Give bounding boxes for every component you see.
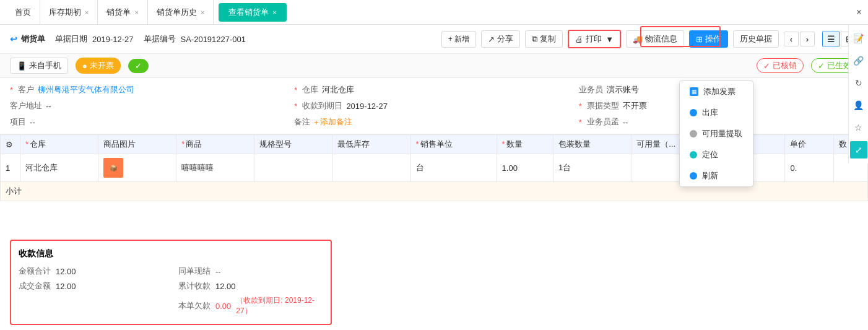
tab-home[interactable]: 首页 xyxy=(6,0,40,25)
invoice-icon: ▦ xyxy=(690,87,698,96)
row-qty: 1.00 xyxy=(497,154,553,182)
truck-icon: 🚚 xyxy=(633,35,643,44)
project-row: 项目 -- xyxy=(10,116,289,128)
row-image: 📦 xyxy=(98,154,176,182)
tab-bar: 首页 库存期初 × 销货单 × 销货单历史 × 查看销货单 × × xyxy=(0,0,868,25)
avail-qty-item[interactable]: 可用量提取 xyxy=(680,123,753,144)
settlement-row: 同单现结 -- xyxy=(178,266,323,277)
operations-button[interactable]: ⊞ 操作 xyxy=(689,30,728,48)
outbound-icon xyxy=(690,109,697,116)
next-arrow[interactable]: › xyxy=(800,32,815,46)
sidebar-user-icon[interactable]: 👤 xyxy=(850,97,867,114)
share-icon: ↗ xyxy=(488,35,495,44)
due-date-row: * 收款到期日 2019-12-27 xyxy=(294,100,573,111)
close-tab-sales-history[interactable]: × xyxy=(201,9,204,16)
col-unit: *销售单位 xyxy=(410,135,497,154)
row-price: 0. xyxy=(785,154,834,182)
row-min-stock xyxy=(332,154,410,182)
sidebar-star-icon[interactable]: ☆ xyxy=(850,119,867,136)
notes-row: 备注 + 添加备注 xyxy=(294,116,573,128)
row-unit: 台 xyxy=(410,154,497,182)
copy-icon: ⧉ xyxy=(532,34,537,44)
payment-grid: 金额合计 12.00 同单现结 -- 成交金额 12.00 累计收款 12.00 xyxy=(19,266,323,316)
share-button[interactable]: ↗ 分享 xyxy=(481,30,520,48)
row-seq: 1 xyxy=(1,154,20,182)
nav-arrows: ‹ › xyxy=(784,32,815,46)
from-phone-button[interactable]: 📱 来自手机 xyxy=(10,58,68,74)
window-close-button[interactable]: × xyxy=(856,7,862,18)
sidebar-edit-icon[interactable]: 📝 xyxy=(850,30,867,47)
sidebar-expand-icon[interactable]: ⤢ xyxy=(850,141,867,158)
sales-icon: ↩ xyxy=(10,34,17,44)
close-tab-inventory[interactable]: × xyxy=(85,9,89,16)
tab-view-sales[interactable]: 查看销货单 × xyxy=(219,3,287,22)
voided-status: ✓ 已核销 xyxy=(757,58,804,73)
not-opened-button[interactable]: ● 未开票 xyxy=(76,58,121,74)
cumulative-row: 累计收款 12.00 xyxy=(178,280,323,292)
col-min-stock: 最低库存 xyxy=(332,135,410,154)
print-dropdown-arrow[interactable]: ▼ xyxy=(605,35,614,44)
row-pack-qty: 1台 xyxy=(553,154,631,182)
product-image: 📦 xyxy=(103,158,123,178)
customer-row: * 客户 柳州粤港平安气体有限公司 xyxy=(10,84,289,95)
transaction-row: 成交金额 12.00 xyxy=(19,280,163,292)
tab-sales[interactable]: 销货单 × xyxy=(98,0,147,25)
main-content: ↩ 销货单 单据日期 2019-12-27 单据编号 SA-20191227-0… xyxy=(0,25,868,330)
refresh-icon xyxy=(690,172,697,180)
check-icon: ✓ xyxy=(135,61,142,71)
refresh-item[interactable]: 刷新 xyxy=(680,165,753,186)
col-qty: *数量 xyxy=(497,135,553,154)
amount-total-row: 金额合计 12.00 xyxy=(19,266,163,277)
plus-icon: + xyxy=(314,118,319,127)
add-invoice-item[interactable]: ▦ 添加发票 xyxy=(680,81,753,102)
balance-row: 本单欠款 0.00 （收款到期日: 2019-12-27） xyxy=(178,295,323,316)
grid-icon: ⊞ xyxy=(696,35,703,44)
doc-date-label: 单据日期 2019-12-27 xyxy=(55,33,134,45)
row-product: 嘻嘻嘻嘻 xyxy=(176,154,254,182)
outbound-item[interactable]: 出库 xyxy=(680,102,753,123)
doc-actions: + 新增 ↗ 分享 ⧉ 复制 🖨 打印 ▼ 🚚 物流信息 xyxy=(441,30,858,48)
print-icon: 🖨 xyxy=(575,35,583,44)
payment-title: 收款信息 xyxy=(19,248,323,259)
row-warehouse: 河北仓库 xyxy=(20,154,98,182)
col-product: *商品 xyxy=(176,135,254,154)
right-sidebar: 📝 🔗 ↻ 👤 ☆ ⤢ xyxy=(848,25,868,163)
operations-dropdown: ▦ 添加发票 出库 可用量提取 定位 刷新 xyxy=(679,80,753,187)
warehouse-row: * 仓库 河北仓库 xyxy=(294,84,573,95)
add-note-button[interactable]: + 添加备注 xyxy=(314,116,352,128)
payment-section: 收款信息 金额合计 12.00 同单现结 -- 成交金额 12.00 累计收款 … xyxy=(10,240,332,325)
locate-item[interactable]: 定位 xyxy=(680,144,753,165)
doc-header: ↩ 销货单 单据日期 2019-12-27 单据编号 SA-20191227-0… xyxy=(0,25,868,54)
second-row: 📱 来自手机 ● 未开票 ✓ ✓ 已核销 ✓ 已生效 xyxy=(0,54,868,78)
copy-button[interactable]: ⧉ 复制 xyxy=(525,30,563,48)
prev-arrow[interactable]: ‹ xyxy=(784,32,799,46)
row-spec xyxy=(254,154,332,182)
col-settings[interactable]: ⚙ xyxy=(1,135,20,154)
list-view-button[interactable]: ☰ xyxy=(822,32,840,46)
sidebar-refresh-icon[interactable]: ↻ xyxy=(850,74,867,92)
col-price: 单价 xyxy=(785,135,834,154)
logistics-button[interactable]: 🚚 物流信息 xyxy=(626,30,684,48)
close-tab-sales[interactable]: × xyxy=(134,9,138,16)
doc-meta: 单据日期 2019-12-27 单据编号 SA-20191227-001 xyxy=(55,33,246,45)
col-spec: 规格型号 xyxy=(254,135,332,154)
check-circle-icon2: ✓ xyxy=(818,61,825,71)
circle-icon: ● xyxy=(82,61,87,71)
col-image: 商品图片 xyxy=(98,135,176,154)
col-pack-qty: 包装数量 xyxy=(553,135,631,154)
address-row: 客户地址 -- xyxy=(10,100,289,111)
print-button[interactable]: 🖨 打印 ▼ xyxy=(568,30,621,48)
doc-number-label: 单据编号 SA-20191227-001 xyxy=(144,33,246,45)
tab-inventory[interactable]: 库存期初 × xyxy=(40,0,98,25)
history-button[interactable]: 历史单据 xyxy=(733,30,779,48)
doc-title: ↩ 销货单 xyxy=(10,33,45,45)
add-button[interactable]: + 新增 xyxy=(441,31,476,48)
locate-icon xyxy=(690,151,697,158)
sidebar-link-icon[interactable]: 🔗 xyxy=(850,52,867,69)
check-button[interactable]: ✓ xyxy=(128,59,149,73)
check-circle-icon: ✓ xyxy=(763,61,770,71)
tab-sales-history[interactable]: 销货单历史 × xyxy=(148,0,214,25)
phone-icon: 📱 xyxy=(17,61,27,71)
avail-qty-icon xyxy=(690,130,697,137)
close-tab-view-sales[interactable]: × xyxy=(272,9,276,16)
